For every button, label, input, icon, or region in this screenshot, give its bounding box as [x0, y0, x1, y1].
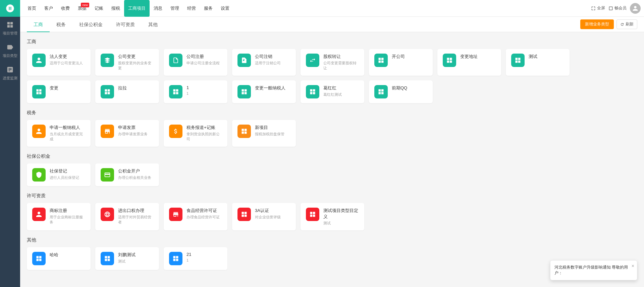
- card-3a-cert[interactable]: 3A认证 对企业信誉评级: [232, 203, 296, 230]
- card-haha[interactable]: 哈哈: [27, 247, 91, 270]
- notification-close-button[interactable]: ×: [632, 263, 634, 269]
- card-twenty-one[interactable]: 21 1: [164, 247, 227, 270]
- nav-service[interactable]: 服务: [200, 0, 217, 17]
- card-info-twenty-one: 21 1: [186, 252, 222, 263]
- card-test[interactable]: 测试: [506, 49, 570, 76]
- card-trademark-reg[interactable]: 商标注册 用于企业商标注册服务: [27, 203, 91, 230]
- sidebar-item-project-type[interactable]: 项目类型: [0, 39, 20, 62]
- card-info-food-license: 食品经营许可证 办理食品经营许可证: [186, 208, 222, 220]
- card-info-company-cancel: 公司注销 适用于注销公司: [255, 54, 290, 66]
- subtab-social[interactable]: 社保公积金: [72, 17, 109, 32]
- chart-icon: [5, 65, 15, 74]
- nav-accounting[interactable]: 记账: [91, 0, 107, 17]
- card-icon-trademark-reg: [32, 208, 46, 221]
- main-area: 首页 客户 收费 票据 new 记账 报税 工商项目 消息 管理 经营 服务 设…: [20, 0, 644, 287]
- card-qianqi-qq[interactable]: 前期QQ: [369, 80, 433, 103]
- card-apply-general-tax[interactable]: 申请一般纳税人 当月或次月成变更完成: [27, 120, 91, 147]
- card-icon-apply-general-tax: [32, 125, 46, 138]
- page-body: 工商 法人变更 适用于公司变更法人 公司变更: [20, 32, 644, 283]
- card-apply-invoice[interactable]: 申请发票 办理申请发票业务: [95, 120, 159, 147]
- notification-text: 河北税务数字账户升级影响通知 尊敬的用户：: [554, 265, 628, 275]
- nav-manage[interactable]: 管理: [166, 0, 183, 17]
- card-info-haha: 哈哈: [50, 252, 85, 259]
- section-title-other: 其他: [27, 237, 637, 243]
- card-change2[interactable]: 变更: [27, 80, 91, 103]
- section-title-tax: 税务: [27, 110, 637, 116]
- card-open-company[interactable]: 开公司: [369, 49, 433, 76]
- subtab-bizreg[interactable]: 工商: [27, 17, 50, 32]
- refresh-button[interactable]: 刷新: [616, 19, 637, 29]
- member-btn[interactable]: 畅会员: [608, 5, 627, 11]
- card-legal-change[interactable]: 法人变更 适用于公司变更法人: [27, 49, 91, 76]
- card-icon-test-type-def: [306, 208, 319, 221]
- card-company-cancel[interactable]: 公司注销 适用于注销公司: [232, 49, 296, 76]
- refresh-label: 刷新: [626, 21, 634, 27]
- sidebar-item-progress-monitor[interactable]: 进度监测: [0, 62, 20, 84]
- card-info-company-change: 公司变更 股权变更外的业务变更: [118, 54, 154, 71]
- subtab-other[interactable]: 其他: [142, 17, 164, 32]
- card-company-change[interactable]: 公司变更 股权变更外的业务变更: [95, 49, 159, 76]
- card-icon-food-license: [169, 208, 182, 221]
- topnav: 首页 客户 收费 票据 new 记账 报税 工商项目 消息 管理 经营 服务 设…: [20, 0, 644, 17]
- cards-grid-bizreg: 法人变更 适用于公司变更法人 公司变更 股权变更外的业务变更: [27, 49, 637, 103]
- nav-operation[interactable]: 经营: [183, 0, 200, 17]
- topnav-right: 全屏 畅会员: [591, 3, 641, 14]
- content-area: 工商 税务 社保公积金 许可资质 其他 新增业务类型 刷新 工商: [20, 17, 644, 287]
- card-icon-open-company: [374, 54, 388, 67]
- card-lala[interactable]: 拉拉: [95, 80, 159, 103]
- grid-icon: [5, 20, 15, 29]
- card-icon-company-change: [101, 54, 114, 67]
- nav-settings[interactable]: 设置: [217, 0, 233, 17]
- new-type-button[interactable]: 新增业务类型: [580, 19, 614, 29]
- card-info-gehong: 葛红红 葛红红测试: [323, 85, 359, 97]
- card-icon-new-project: [237, 125, 251, 138]
- cards-grid-tax: 申请一般纳税人 当月或次月成变更完成 申请发票 办理申请发票业务: [27, 120, 637, 147]
- card-icon-company-reg: [169, 54, 182, 67]
- fullscreen-label: 全屏: [597, 5, 605, 11]
- nav-customer[interactable]: 客户: [40, 0, 57, 17]
- subtab-tax[interactable]: 税务: [50, 17, 72, 32]
- card-new-project[interactable]: 新项目 报税加税控盘保管: [232, 120, 296, 147]
- card-icon-company-cancel: [237, 54, 251, 67]
- card-info-new-project: 新项目 报税加税控盘保管: [255, 125, 290, 137]
- card-icon-twenty-one: [169, 252, 182, 265]
- nav-bizproject[interactable]: 工商项目: [124, 0, 150, 17]
- fullscreen-btn[interactable]: 全屏: [591, 5, 605, 11]
- card-test-type-def[interactable]: 测试项目类型目定义 测试: [301, 203, 364, 230]
- card-icon-one: [169, 85, 182, 98]
- nav-tax[interactable]: 报税: [107, 0, 124, 17]
- card-liupeng-test[interactable]: 刘鹏测试 测试: [95, 247, 159, 270]
- card-info-change-tax: 变更一般纳税人: [255, 85, 290, 92]
- nav-home[interactable]: 首页: [23, 0, 40, 17]
- card-info-test: 测试: [529, 54, 564, 61]
- card-import-export[interactable]: 进出口权办理 适用于对外贸易经营者: [95, 203, 159, 230]
- card-tax-report-accounting[interactable]: 税务报道+记账 拿到营业执照的新公司: [164, 120, 227, 147]
- card-equity-transfer[interactable]: 股权转让 公司变更需要股权转让: [301, 49, 364, 76]
- card-food-license[interactable]: 食品经营许可证 办理食品经营许可证: [164, 203, 227, 230]
- card-gehong[interactable]: 葛红红 葛红红测试: [301, 80, 364, 103]
- avatar[interactable]: [630, 3, 641, 14]
- nav-message[interactable]: 消息: [150, 0, 166, 17]
- card-icon-apply-invoice: [101, 125, 114, 138]
- card-info-qianqi-qq: 前期QQ: [392, 85, 427, 92]
- card-info-3a-cert: 3A认证 对企业信誉评级: [255, 208, 290, 220]
- card-fund-open[interactable]: 公积金开户 办理公积金相关业务: [95, 163, 159, 186]
- card-info-legal-change: 法人变更 适用于公司变更法人: [50, 54, 85, 66]
- card-change-address[interactable]: 变更地址: [437, 49, 501, 76]
- sidebar-item-project-manage[interactable]: 项目管理: [0, 17, 20, 39]
- card-icon-change-address: [443, 54, 456, 67]
- section-title-license: 许可资质: [27, 193, 637, 199]
- card-social-reg[interactable]: 社保登记 进行人员社保登记: [27, 163, 91, 186]
- nav-billing[interactable]: 收费: [57, 0, 74, 17]
- subtab-license[interactable]: 许可资质: [109, 17, 142, 32]
- card-change-tax[interactable]: 变更一般纳税人: [232, 80, 296, 103]
- card-one[interactable]: 1 1: [164, 80, 227, 103]
- card-icon-change2: [32, 85, 46, 98]
- card-company-reg[interactable]: 公司注册 申请公司注册全流程: [164, 49, 227, 76]
- card-info-fund-open: 公积金开户 办理公积金相关业务: [118, 168, 154, 180]
- nav-ticket[interactable]: 票据 new: [74, 0, 91, 17]
- cards-grid-other: 哈哈 刘鹏测试 测试: [27, 247, 637, 270]
- sidebar-label-project-manage: 项目管理: [3, 31, 17, 36]
- card-info-import-export: 进出口权办理 适用于对外贸易经营者: [118, 208, 154, 225]
- card-info-trademark-reg: 商标注册 用于企业商标注册服务: [50, 208, 85, 225]
